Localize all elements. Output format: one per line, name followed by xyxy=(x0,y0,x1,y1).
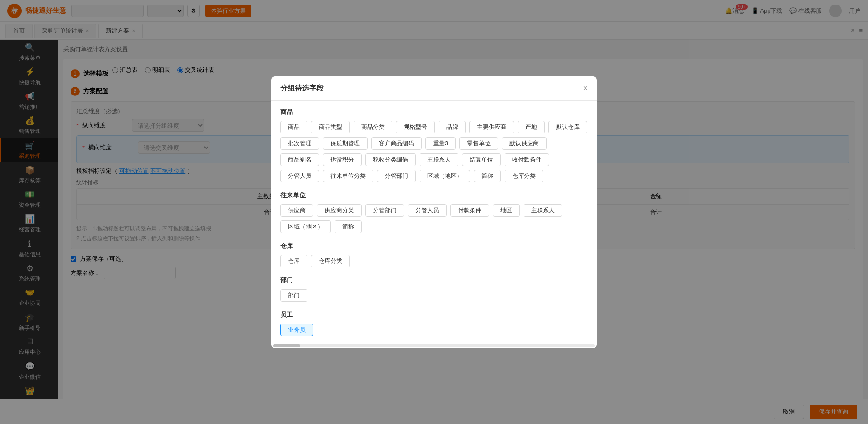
field-tag-default-supplier[interactable]: 默认供应商 xyxy=(502,137,547,150)
field-tag-counterpart-category[interactable]: 往来单位分类 xyxy=(323,170,373,182)
field-tag-warehouse-category[interactable]: 仓库分类 xyxy=(505,170,543,182)
field-tag-mgmt-dept[interactable]: 分管部门 xyxy=(365,204,404,217)
field-tags-warehouse: 仓库 仓库分类 xyxy=(280,255,588,267)
field-tag-retail-unit[interactable]: 零售单位 xyxy=(459,137,498,150)
field-tags-department: 部门 xyxy=(280,289,588,302)
field-group-counterpart: 往来单位 供应商 供应商分类 分管部门 分管人员 付款条件 地区 主联系人 区域… xyxy=(280,191,588,233)
field-tag-customer-code[interactable]: 客户商品编码 xyxy=(371,137,422,150)
field-tag-spec-model[interactable]: 规格型号 xyxy=(396,121,435,133)
modal-header: 分组待选字段 × xyxy=(271,76,597,101)
field-tag-brand[interactable]: 品牌 xyxy=(439,121,466,133)
field-tag-product-alias[interactable]: 商品别名 xyxy=(280,153,319,166)
field-tag-mgmt-person[interactable]: 分管人员 xyxy=(408,204,447,217)
field-tag-weight3[interactable]: 重量3 xyxy=(425,137,456,150)
field-tag-settlement-unit[interactable]: 结算单位 xyxy=(462,153,501,166)
field-tag-main-supplier[interactable]: 主要供应商 xyxy=(469,121,514,133)
field-tags-product: 商品 商品类型 商品分类 规格型号 品牌 主要供应商 产地 默认仓库 批次管理 … xyxy=(280,121,588,182)
field-group-employee: 员工 业务员 xyxy=(280,311,588,336)
field-group-warehouse-title: 仓库 xyxy=(280,242,588,250)
field-tag-product[interactable]: 商品 xyxy=(280,121,307,133)
field-tag-default-warehouse[interactable]: 默认仓库 xyxy=(548,121,587,133)
field-tag-payment-terms[interactable]: 收付款条件 xyxy=(505,153,549,166)
field-tags-counterpart: 供应商 供应商分类 分管部门 分管人员 付款条件 地区 主联系人 区域（地区） … xyxy=(280,204,588,233)
modal-body[interactable]: 商品 商品 商品类型 商品分类 规格型号 品牌 主要供应商 产地 默认仓库 批次… xyxy=(271,101,597,343)
field-tag-quality-mgmt[interactable]: 保质期管理 xyxy=(323,137,368,150)
field-tag-dept[interactable]: 分管部门 xyxy=(377,170,416,182)
field-tag-batch-mgmt[interactable]: 批次管理 xyxy=(280,137,319,150)
field-group-employee-title: 员工 xyxy=(280,311,588,319)
field-group-department-title: 部门 xyxy=(280,276,588,285)
field-group-warehouse: 仓库 仓库 仓库分类 xyxy=(280,242,588,267)
field-group-product-title: 商品 xyxy=(280,108,588,116)
field-tag-origin[interactable]: 产地 xyxy=(518,121,545,133)
modal-title: 分组待选字段 xyxy=(280,84,324,93)
field-tag-supplier-category[interactable]: 供应商分类 xyxy=(317,204,362,217)
field-group-product: 商品 商品 商品类型 商品分类 规格型号 品牌 主要供应商 产地 默认仓库 批次… xyxy=(280,108,588,182)
field-tag-product-type[interactable]: 商品类型 xyxy=(311,121,350,133)
field-tag-tax-code[interactable]: 税收分类编码 xyxy=(365,153,416,166)
field-tag-region-2[interactable]: 区域（地区） xyxy=(280,220,331,233)
field-tag-salesperson[interactable]: 业务员 xyxy=(280,324,313,336)
field-tag-warehouse[interactable]: 仓库 xyxy=(280,255,307,267)
modal-overlay: 分组待选字段 × 商品 商品 商品类型 商品分类 规格型号 品牌 主要供应商 产… xyxy=(0,0,868,424)
field-tag-payment-condition[interactable]: 付款条件 xyxy=(450,204,489,217)
field-tag-warehouse-cat[interactable]: 仓库分类 xyxy=(311,255,350,267)
field-tag-abbreviation-2[interactable]: 简称 xyxy=(335,220,362,233)
field-tag-main-contact[interactable]: 主联系人 xyxy=(420,153,458,166)
field-tag-supplier[interactable]: 供应商 xyxy=(280,204,313,217)
field-tag-department[interactable]: 部门 xyxy=(280,289,307,302)
field-select-modal: 分组待选字段 × 商品 商品 商品类型 商品分类 规格型号 品牌 主要供应商 产… xyxy=(271,76,597,348)
field-tag-split-points[interactable]: 拆货积分 xyxy=(323,153,362,166)
field-group-department: 部门 部门 xyxy=(280,276,588,302)
field-tags-employee: 业务员 xyxy=(280,324,588,336)
field-tag-product-category[interactable]: 商品分类 xyxy=(354,121,392,133)
field-tag-region[interactable]: 区域（地区） xyxy=(420,170,470,182)
field-tag-main-contact-2[interactable]: 主联系人 xyxy=(524,204,562,217)
modal-close-button[interactable]: × xyxy=(583,84,588,93)
field-tag-abbreviation[interactable]: 简称 xyxy=(474,170,501,182)
field-tag-area[interactable]: 地区 xyxy=(493,204,520,217)
modal-hscroll[interactable] xyxy=(271,343,597,348)
field-tag-supervisor[interactable]: 分管人员 xyxy=(280,170,319,182)
field-group-counterpart-title: 往来单位 xyxy=(280,191,588,200)
